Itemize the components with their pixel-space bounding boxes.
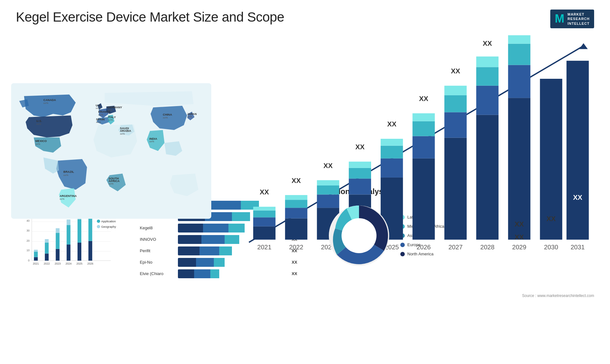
svg-rect-60 [412, 158, 435, 240]
svg-text:XX: XX [387, 120, 396, 128]
svg-text:xx%: xx% [149, 140, 154, 143]
svg-point-141 [342, 218, 376, 253]
svg-rect-78 [508, 35, 530, 44]
svg-rect-67 [444, 95, 467, 112]
player-row: Elvie (Chiaro XX [140, 269, 311, 278]
svg-text:XX: XX [515, 233, 524, 241]
svg-rect-51 [349, 179, 371, 194]
svg-rect-76 [508, 65, 530, 98]
svg-rect-77 [508, 44, 530, 65]
svg-text:MEXICO: MEXICO [35, 139, 47, 143]
svg-text:2026: 2026 [417, 243, 431, 250]
svg-marker-34 [579, 43, 588, 49]
svg-text:xx%: xx% [187, 115, 192, 118]
growth-chart-section: XX XX XX XX XX [216, 31, 600, 271]
svg-text:2029: 2029 [512, 243, 526, 250]
logo-area: M MARKET RESEARCH INTELLECT [550, 10, 594, 28]
svg-rect-62 [412, 121, 435, 136]
svg-rect-72 [476, 67, 498, 86]
svg-text:U.S.: U.S. [36, 119, 42, 123]
svg-rect-52 [349, 168, 371, 179]
svg-rect-68 [444, 86, 467, 95]
svg-text:xx%: xx% [96, 107, 100, 110]
svg-rect-56 [381, 158, 403, 178]
svg-text:XX: XX [260, 188, 269, 196]
svg-text:XX: XX [483, 39, 492, 47]
svg-rect-58 [381, 139, 403, 146]
svg-rect-71 [476, 86, 498, 115]
svg-text:xx%: xx% [98, 113, 103, 116]
svg-text:xx%: xx% [96, 121, 101, 124]
svg-rect-61 [412, 136, 435, 158]
svg-text:2031: 2031 [571, 243, 585, 250]
svg-text:xx%: xx% [163, 116, 168, 119]
svg-text:XX: XX [292, 177, 301, 185]
source-text: Source : www.marketresearchintellect.com [0, 292, 610, 298]
svg-text:xx%: xx% [109, 182, 113, 185]
svg-text:ARGENTINA: ARGENTINA [59, 194, 77, 198]
player-bar [178, 269, 286, 278]
svg-text:2028: 2028 [480, 243, 495, 250]
player-name: Elvie (Chiaro [140, 271, 175, 276]
svg-rect-65 [444, 138, 467, 239]
page-title: Kegel Exercise Device Market Size and Sc… [16, 10, 284, 25]
svg-rect-41 [285, 208, 307, 218]
svg-text:xx%: xx% [64, 173, 68, 176]
svg-rect-35 [253, 226, 275, 240]
svg-text:XX: XX [355, 143, 364, 151]
svg-text:xx%: xx% [120, 132, 125, 135]
svg-rect-53 [349, 162, 371, 168]
svg-text:2021: 2021 [257, 243, 272, 250]
svg-text:xx%: xx% [59, 198, 64, 200]
svg-text:CANADA: CANADA [44, 98, 56, 102]
svg-text:xx%: xx% [108, 118, 113, 121]
svg-text:XX: XX [515, 220, 524, 228]
svg-text:XX: XX [546, 215, 556, 223]
svg-text:2027: 2027 [448, 243, 463, 250]
svg-rect-66 [444, 112, 467, 138]
svg-text:BRAZIL: BRAZIL [64, 170, 74, 173]
svg-rect-70 [476, 115, 498, 240]
svg-rect-43 [285, 195, 307, 200]
svg-rect-57 [381, 146, 403, 158]
svg-text:XX: XX [573, 193, 582, 201]
svg-text:xx%: xx% [35, 143, 40, 145]
map-section: CANADA xx% U.S. xx% MEXICO xx% BRAZIL xx… [10, 31, 213, 271]
svg-text:2022: 2022 [289, 243, 303, 250]
svg-text:xx%: xx% [36, 123, 41, 125]
logo-text: MARKET RESEARCH INTELLECT [567, 12, 590, 26]
svg-rect-42 [285, 200, 307, 208]
svg-rect-75 [508, 98, 530, 239]
svg-text:XX: XX [451, 67, 460, 75]
svg-rect-48 [317, 180, 339, 185]
growth-chart-svg: XX XX XX XX XX [222, 35, 594, 264]
player-value: XX [292, 271, 300, 276]
svg-rect-47 [317, 185, 339, 194]
svg-text:XX: XX [323, 162, 333, 170]
logo-icon: M [555, 12, 564, 25]
svg-text:2030: 2030 [544, 243, 558, 250]
svg-text:CHINA: CHINA [163, 113, 172, 116]
svg-rect-63 [412, 113, 435, 121]
svg-rect-37 [253, 210, 275, 217]
svg-rect-38 [253, 207, 275, 211]
svg-text:xx%: xx% [44, 102, 48, 104]
logo-box: M MARKET RESEARCH INTELLECT [550, 10, 594, 28]
svg-text:XX: XX [419, 95, 428, 103]
svg-rect-80 [566, 61, 589, 239]
page-header: Kegel Exercise Device Market Size and Sc… [0, 0, 610, 31]
donut-chart [324, 201, 394, 271]
svg-rect-36 [253, 217, 275, 226]
svg-rect-73 [476, 57, 498, 67]
svg-text:xx%: xx% [107, 109, 112, 111]
world-map: CANADA xx% U.S. xx% MEXICO xx% BRAZIL xx… [11, 33, 211, 269]
svg-rect-40 [285, 219, 307, 240]
